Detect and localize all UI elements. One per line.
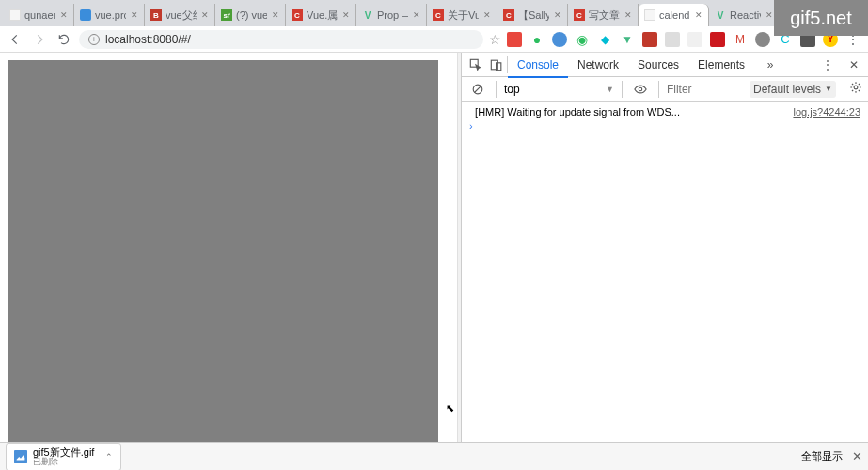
console-log[interactable]: [HMR] Waiting for update signal from WDS… bbox=[462, 102, 868, 442]
devtools-tab-network[interactable]: Network bbox=[568, 53, 628, 77]
close-tab-icon[interactable]: ✕ bbox=[271, 10, 280, 20]
log-message: [HMR] Waiting for update signal from WDS… bbox=[469, 106, 793, 118]
ext-icon-evernote[interactable]: ● bbox=[529, 32, 544, 47]
devtools-tab-sources[interactable]: Sources bbox=[628, 53, 688, 77]
ext-icon-youtube[interactable] bbox=[710, 32, 725, 47]
ext-icon-4[interactable]: ◉ bbox=[575, 32, 590, 47]
close-tab-icon[interactable]: ✕ bbox=[341, 10, 351, 20]
devtools-panel: ConsoleNetworkSourcesElements » ⋮ ✕ ▼ De… bbox=[461, 53, 868, 442]
download-item[interactable]: gif5新文件.gif 已删除 ⌃ bbox=[6, 443, 121, 470]
devtools-kebab-icon[interactable]: ⋮ bbox=[817, 55, 838, 75]
tab-title: Reactivi bbox=[730, 9, 761, 21]
browser-tab[interactable]: VProp —✕ bbox=[356, 4, 427, 26]
tab-title: (?) vue.j bbox=[236, 9, 267, 21]
ext-icon-vue[interactable]: ▼ bbox=[620, 32, 635, 47]
address-bar: i ☆ ● ◉ ◆ ▼ M C Y ⋮ bbox=[0, 26, 868, 53]
browser-tab[interactable]: sf(?) vue.j✕ bbox=[215, 4, 286, 26]
log-levels-label: Default levels bbox=[753, 83, 821, 96]
star-icon[interactable]: ☆ bbox=[489, 32, 501, 47]
page-viewport[interactable] bbox=[0, 53, 457, 442]
forward-button[interactable] bbox=[30, 30, 49, 49]
browser-tab[interactable]: qunaer✕ bbox=[4, 4, 74, 26]
ext-icon-12[interactable] bbox=[755, 32, 770, 47]
browser-tab[interactable]: C关于Vue✕ bbox=[427, 4, 497, 26]
url-box[interactable]: i bbox=[79, 30, 483, 49]
show-all-downloads-link[interactable]: 全部显示 bbox=[801, 449, 843, 463]
tab-title: vue.prop bbox=[95, 9, 126, 21]
close-tab-icon[interactable]: ✕ bbox=[200, 10, 210, 20]
console-prompt[interactable]: › bbox=[462, 118, 868, 133]
close-tab-icon[interactable]: ✕ bbox=[553, 10, 562, 20]
ext-icon-9[interactable] bbox=[687, 32, 702, 47]
clear-console-icon[interactable] bbox=[467, 79, 488, 100]
tab-title: qunaer bbox=[24, 9, 55, 21]
close-tab-icon[interactable]: ✕ bbox=[623, 10, 633, 20]
console-context-select[interactable] bbox=[504, 83, 598, 96]
close-downloads-bar-icon[interactable]: ✕ bbox=[852, 449, 862, 463]
log-levels-select[interactable]: Default levels ▼ bbox=[750, 81, 836, 98]
browser-tab[interactable]: C写文章 - C✕ bbox=[568, 4, 639, 26]
site-info-icon[interactable]: i bbox=[88, 34, 100, 45]
back-button[interactable] bbox=[6, 30, 24, 49]
ext-icon-5[interactable]: ◆ bbox=[597, 32, 612, 47]
browser-tab[interactable]: VReactivi✕ bbox=[709, 4, 780, 26]
tab-title: Prop — bbox=[377, 9, 408, 21]
chevron-down-icon: ▼ bbox=[825, 85, 832, 93]
svg-point-4 bbox=[639, 87, 642, 91]
devtools-tab-console[interactable]: Console bbox=[508, 53, 568, 77]
tab-title: calender bbox=[659, 9, 690, 21]
tab-title: 【Sallyw bbox=[518, 8, 549, 23]
close-tab-icon[interactable]: ✕ bbox=[130, 10, 139, 20]
tab-title: 写文章 - C bbox=[589, 8, 620, 23]
watermark: gif5.net bbox=[774, 0, 868, 36]
close-tab-icon[interactable]: ✕ bbox=[694, 10, 703, 20]
log-source-link[interactable]: log.js?4244:23 bbox=[793, 106, 860, 118]
mouse-cursor-icon: ⬉ bbox=[446, 402, 454, 415]
svg-rect-1 bbox=[491, 60, 497, 70]
browser-tabstrip: qunaer✕vue.prop✕Bvue父组✕sf(?) vue.j✕CVue.… bbox=[0, 0, 868, 26]
devtools-tab-elements[interactable]: Elements bbox=[688, 53, 754, 77]
device-toolbar-icon[interactable] bbox=[486, 55, 507, 75]
download-filename: gif5新文件.gif bbox=[33, 446, 94, 458]
devtools-tabbar: ConsoleNetworkSourcesElements » ⋮ ✕ bbox=[462, 53, 868, 77]
image-file-icon bbox=[14, 450, 27, 463]
close-tab-icon[interactable]: ✕ bbox=[412, 10, 421, 20]
devtools-close-icon[interactable]: ✕ bbox=[844, 55, 864, 75]
log-entry: [HMR] Waiting for update signal from WDS… bbox=[462, 105, 868, 118]
content-area: ConsoleNetworkSourcesElements » ⋮ ✕ ▼ De… bbox=[0, 53, 868, 442]
console-filter-input[interactable] bbox=[667, 83, 723, 96]
ext-icon-8[interactable] bbox=[665, 32, 680, 47]
url-input[interactable] bbox=[105, 33, 474, 46]
tab-title: 关于Vue bbox=[448, 8, 479, 23]
console-toolbar: ▼ Default levels ▼ bbox=[462, 77, 868, 102]
browser-tab[interactable]: CVue.属性✕ bbox=[286, 4, 356, 26]
ext-icon-7[interactable] bbox=[642, 32, 657, 47]
console-settings-icon[interactable] bbox=[849, 81, 862, 97]
close-tab-icon[interactable]: ✕ bbox=[59, 10, 69, 20]
ext-icon-gmail[interactable]: M bbox=[733, 32, 748, 47]
devtools-more-tabs-icon[interactable]: » bbox=[760, 55, 781, 75]
browser-tab[interactable]: vue.prop✕ bbox=[74, 4, 145, 26]
chevron-up-icon[interactable]: ⌃ bbox=[105, 452, 113, 462]
close-tab-icon[interactable]: ✕ bbox=[765, 10, 774, 20]
ext-icon-1[interactable] bbox=[507, 32, 522, 47]
close-tab-icon[interactable]: ✕ bbox=[482, 10, 492, 20]
page-content bbox=[8, 60, 438, 442]
chevron-down-icon: ▼ bbox=[606, 85, 614, 94]
inspect-element-icon[interactable] bbox=[466, 55, 486, 75]
tab-title: Vue.属性 bbox=[307, 8, 338, 23]
browser-tab[interactable]: C【Sallyw✕ bbox=[497, 4, 568, 26]
downloads-bar: gif5新文件.gif 已删除 ⌃ 全部显示 ✕ bbox=[0, 442, 868, 470]
reload-button[interactable] bbox=[55, 30, 73, 49]
browser-tab[interactable]: calender✕ bbox=[639, 4, 709, 26]
tab-title: vue父组 bbox=[166, 8, 197, 23]
download-status: 已删除 bbox=[33, 458, 94, 467]
browser-tab[interactable]: Bvue父组✕ bbox=[145, 4, 215, 26]
ext-icon-3[interactable] bbox=[552, 32, 567, 47]
svg-rect-6 bbox=[14, 450, 27, 463]
svg-point-5 bbox=[854, 86, 858, 89]
live-expression-icon[interactable] bbox=[630, 79, 651, 100]
